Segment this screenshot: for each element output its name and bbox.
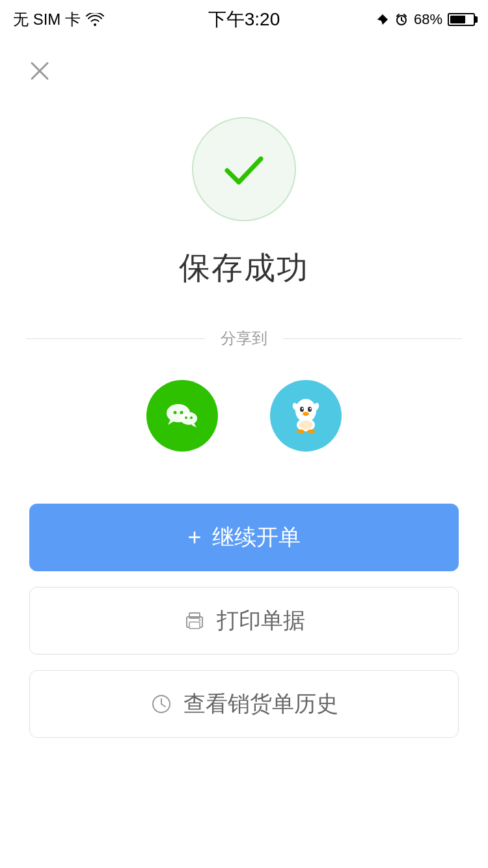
alarm-icon xyxy=(394,12,409,27)
svg-point-19 xyxy=(302,408,303,409)
svg-point-30 xyxy=(199,619,201,621)
svg-point-8 xyxy=(180,412,197,425)
share-icons xyxy=(146,380,342,452)
divider-line-left xyxy=(26,338,205,339)
close-button[interactable] xyxy=(23,55,56,87)
qq-icon xyxy=(286,396,325,435)
svg-point-20 xyxy=(310,408,311,409)
wechat-share-button[interactable] xyxy=(146,380,218,452)
svg-point-14 xyxy=(190,416,193,419)
checkmark-icon xyxy=(218,143,270,195)
location-icon xyxy=(376,13,389,26)
status-bar: 无 SIM 卡 下午3:20 68% xyxy=(0,0,488,39)
divider-line-right xyxy=(283,338,462,339)
battery-percent: 68% xyxy=(414,11,442,28)
share-divider: 分享到 xyxy=(0,328,488,349)
history-button[interactable]: 查看销货单历史 xyxy=(29,670,459,738)
svg-line-2 xyxy=(401,20,403,21)
sim-status: 无 SIM 卡 xyxy=(13,9,81,30)
print-label: 打印单据 xyxy=(217,606,305,636)
success-title: 保存成功 xyxy=(179,247,309,289)
svg-point-18 xyxy=(308,407,312,412)
svg-point-13 xyxy=(185,416,187,419)
svg-rect-28 xyxy=(189,622,200,629)
svg-point-12 xyxy=(180,411,183,414)
svg-point-11 xyxy=(174,411,177,414)
svg-point-22 xyxy=(299,420,312,429)
continue-order-button[interactable]: + 继续开单 xyxy=(29,504,459,571)
status-time: 下午3:20 xyxy=(208,7,280,32)
share-divider-text: 分享到 xyxy=(205,328,283,349)
qq-share-button[interactable] xyxy=(270,380,342,452)
close-icon xyxy=(28,59,51,83)
plus-icon: + xyxy=(187,524,201,551)
history-icon xyxy=(150,692,173,716)
print-button[interactable]: 打印单据 xyxy=(29,587,459,655)
action-buttons: + 继续开单 打印单据 查看销货单历史 xyxy=(29,504,459,738)
svg-point-26 xyxy=(307,429,315,433)
status-right: 68% xyxy=(376,11,475,28)
history-label: 查看销货单历史 xyxy=(183,689,338,719)
wechat-icon xyxy=(161,395,203,437)
main-content: 保存成功 分享到 xyxy=(0,39,488,868)
print-icon xyxy=(183,609,206,632)
success-icon-container xyxy=(192,117,296,221)
svg-point-17 xyxy=(300,407,304,412)
battery-icon xyxy=(448,13,475,26)
continue-order-label: 继续开单 xyxy=(212,522,301,552)
wifi-icon xyxy=(86,13,104,26)
svg-point-21 xyxy=(303,412,309,416)
status-left: 无 SIM 卡 xyxy=(13,9,104,30)
svg-point-25 xyxy=(297,429,305,433)
